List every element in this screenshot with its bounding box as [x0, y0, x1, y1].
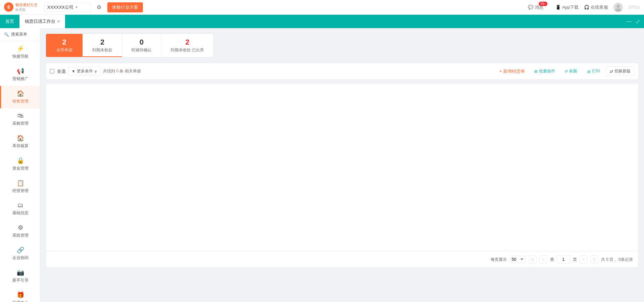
- sidebar-item-label: 资金管理: [12, 166, 29, 171]
- gear-icon: ⚙: [97, 4, 101, 10]
- sidebar-item-label: 新手引导: [12, 278, 29, 283]
- sidebar-item-quick-nav[interactable]: ⚡ 快捷导航: [0, 41, 40, 63]
- add-btn-label: 新增销货单: [503, 68, 525, 74]
- chevron-down-icon: ▼: [75, 5, 78, 9]
- sidebar-item-label: 快捷导航: [12, 54, 29, 59]
- trial-btn[interactable]: 体验行业方案: [107, 2, 143, 12]
- sidebar-item-marketing[interactable]: 📢 营销推广: [0, 63, 40, 86]
- sidebar-item-label: 系统管理: [12, 233, 29, 238]
- next-page-btn[interactable]: ＞: [580, 255, 588, 263]
- main-content: 2 全部单据 2 到期未收款 0 旺辅待确认 2 到期未收款 已出库 全选: [40, 28, 644, 302]
- tab-cash-flow-label: 钱货日清工作台: [25, 18, 55, 24]
- sidebar-item-system[interactable]: ⚙ 系统管理: [0, 220, 40, 242]
- batch-btn[interactable]: ⊞ 批量操作: [531, 67, 558, 76]
- messages-btn[interactable]: 💬 消息 99+: [528, 4, 543, 10]
- svg-point-0: [616, 5, 620, 8]
- app-download-btn[interactable]: 📱 App下载: [555, 4, 579, 10]
- marketing-icon: 📢: [17, 67, 24, 75]
- sidebar-item-operations[interactable]: 📋 经营管理: [0, 175, 40, 198]
- sidebar-item-guide[interactable]: 📷 新手引导: [0, 265, 40, 287]
- prev-page-btn[interactable]: ＜: [539, 255, 547, 263]
- total-info: 共 0 页， 0条记录: [601, 257, 633, 262]
- sidebar-item-purchase[interactable]: 🛍 采购管理: [0, 108, 40, 130]
- sidebar-item-sales[interactable]: 🏠 销售管理: [0, 86, 40, 108]
- select-all-checkbox[interactable]: [50, 69, 54, 73]
- select-all-label: 全选: [57, 68, 66, 74]
- avatar[interactable]: [613, 3, 623, 12]
- toolbar: 全选 ▼ 更多条件 ∨ 共找到 0 条 相关单据 + 新增销货单: [46, 63, 639, 80]
- basic-info-icon: 🗂: [17, 202, 23, 209]
- sidebar-item-label: 营销推广: [12, 76, 29, 82]
- sidebar-item-label: 库存核算: [12, 143, 29, 149]
- sidebar-item-app-center[interactable]: 🎁 应用中心: [0, 287, 40, 302]
- sidebar-item-label: 企业协同: [12, 255, 29, 261]
- stats-num-overdue: 2: [92, 38, 112, 47]
- tab-home[interactable]: 首页: [0, 15, 19, 28]
- app-download-label: App下载: [562, 4, 579, 10]
- per-page-select[interactable]: 20 50 100: [509, 256, 526, 263]
- tabbar: 首页 钱货日清工作台 × — ⤢: [0, 15, 644, 28]
- sidebar-item-cooperation[interactable]: 🔗 企业协同: [0, 242, 40, 265]
- sidebar-item-finance[interactable]: 🔒 资金管理: [0, 153, 40, 175]
- system-icon: ⚙: [18, 224, 23, 231]
- tab-cash-flow[interactable]: 钱货日清工作台 ×: [19, 15, 65, 28]
- settings-button[interactable]: ⚙: [94, 2, 104, 12]
- app-center-icon: 🎁: [17, 291, 24, 299]
- tab-minimize-btn[interactable]: —: [625, 17, 633, 26]
- pagination: 每页显示 20 50 100 ⟨⟨ ＜ 第 页 ＞ ⟩⟩ 共 0 页， 0条记录: [46, 251, 639, 268]
- filter-btn[interactable]: ▼ 更多条件 ∨: [68, 67, 100, 76]
- refresh-btn-label: 刷新: [569, 68, 577, 74]
- print-btn[interactable]: 🖨 打印: [583, 67, 603, 76]
- chevron-down-icon: ∨: [94, 69, 97, 74]
- tab-underline: [83, 56, 122, 57]
- logo-text: 畅捷通好生意: [15, 2, 38, 7]
- switch-version-btn[interactable]: ⇄ 切换新版: [606, 66, 634, 76]
- toolbar-left: 全选 ▼ 更多条件 ∨ 共找到 0 条 相关单据: [50, 67, 493, 76]
- sidebar-item-label: 采购管理: [12, 121, 29, 126]
- phone-icon: 📱: [555, 5, 561, 10]
- stats-tab-all[interactable]: 2 全部单据: [46, 34, 83, 57]
- online-service-btn[interactable]: 🎧 在线客服: [584, 4, 608, 10]
- batch-icon: ⊞: [534, 69, 538, 74]
- stats-tab-pending[interactable]: 0 旺辅待确认: [122, 34, 161, 57]
- sidebar-item-basic-info[interactable]: 🗂 基础信息: [0, 198, 40, 220]
- message-icon: 💬: [528, 5, 533, 10]
- tab-close-icon[interactable]: ×: [57, 19, 60, 24]
- tabbar-actions: — ⤢: [625, 17, 644, 26]
- stats-tab-overdue[interactable]: 2 到期未收款: [83, 34, 122, 57]
- content-area: [46, 84, 639, 251]
- stats-label-overdue: 到期未收款: [92, 47, 112, 53]
- inventory-icon: 🏠: [17, 134, 24, 142]
- search-menu[interactable]: 🔍 搜索菜单: [0, 28, 40, 41]
- stats-tab-shipped[interactable]: 2 到期未收款 已出库: [161, 34, 213, 57]
- found-num: 0: [116, 69, 118, 73]
- purchase-icon: 🛍: [17, 112, 23, 119]
- refresh-btn[interactable]: ↺ 刷新: [561, 67, 581, 76]
- found-count-text: 共找到 0 条 相关单据: [103, 68, 141, 74]
- last-page-btn[interactable]: ⟩⟩: [590, 255, 598, 263]
- stats-label-all: 全部单据: [55, 47, 73, 53]
- online-service-label: 在线客服: [591, 4, 608, 10]
- first-page-btn[interactable]: ⟨⟨: [529, 255, 537, 263]
- svg-point-1: [615, 8, 621, 12]
- company-selector[interactable]: XXXXXX公司 ▼: [44, 3, 91, 12]
- username[interactable]: OfTEn: [628, 5, 640, 10]
- tab-expand-btn[interactable]: ⤢: [634, 17, 641, 26]
- stats-num-shipped: 2: [171, 38, 204, 47]
- logo-sub: 标准版: [15, 7, 38, 12]
- tab-home-label: 首页: [5, 18, 14, 24]
- per-page-label: 每页显示: [491, 257, 507, 262]
- stats-tabs: 2 全部单据 2 到期未收款 0 旺辅待确认 2 到期未收款 已出库: [46, 34, 214, 57]
- cooperation-icon: 🔗: [17, 246, 24, 254]
- stats-num-pending: 0: [131, 38, 152, 47]
- filter-label: 更多条件: [77, 68, 93, 74]
- guide-icon: 📷: [17, 269, 24, 276]
- add-sale-btn[interactable]: + 新增销货单: [496, 67, 528, 76]
- sidebar-item-label: 基础信息: [12, 210, 29, 216]
- sidebar-item-inventory[interactable]: 🏠 库存核算: [0, 130, 40, 153]
- search-menu-label: 搜索菜单: [11, 32, 27, 37]
- stats-label-pending: 旺辅待确认: [131, 47, 152, 53]
- company-name: XXXXXX公司: [47, 4, 73, 10]
- page-input[interactable]: [557, 255, 570, 263]
- refresh-icon: ↺: [565, 69, 568, 74]
